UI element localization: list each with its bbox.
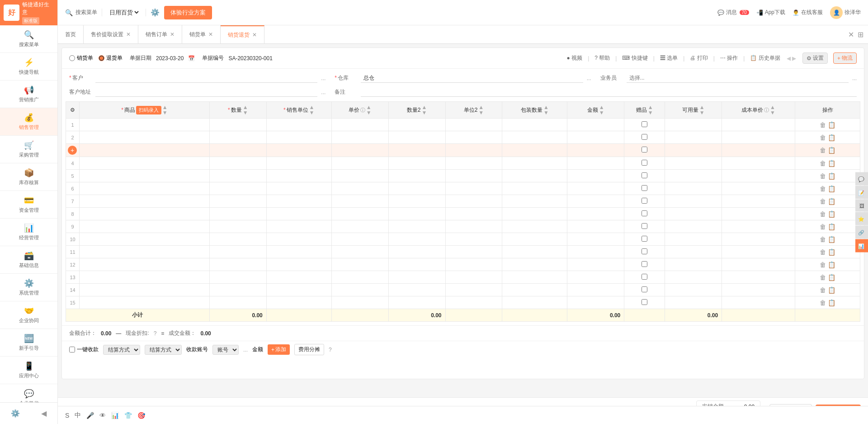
addr-picker-btn[interactable]: ... (321, 89, 326, 95)
operate-action[interactable]: ⋯ 操作 (720, 54, 738, 62)
daily-goods-select[interactable]: 日用百货 (108, 9, 140, 16)
copy-row-icon[interactable]: 📋 (828, 286, 835, 294)
delete-row-icon[interactable]: 🗑 (820, 210, 826, 218)
delete-row-icon[interactable]: 🗑 (820, 299, 826, 306)
delete-row-icon[interactable]: 🗑 (820, 223, 826, 230)
copy-row-icon[interactable]: 📋 (828, 223, 835, 230)
gift-checkbox[interactable] (642, 248, 647, 254)
customer-picker-btn[interactable]: ... (321, 75, 326, 81)
tool-icon-4[interactable]: 👁 (99, 412, 106, 419)
copy-row-icon[interactable]: 📋 (828, 274, 835, 281)
warehouse-input[interactable] (361, 73, 583, 83)
gift-checkbox[interactable] (642, 223, 647, 229)
trial-btn[interactable]: 体验行业方案 (164, 6, 212, 19)
right-float-active-btn[interactable]: 📊 (855, 239, 868, 252)
sales-delivery-radio[interactable]: 销货单 (69, 54, 93, 62)
tab-layout-btn[interactable]: ⊞ (858, 30, 863, 39)
help-action[interactable]: ? 帮助 (594, 54, 610, 62)
delete-row-icon[interactable]: 🗑 (820, 274, 826, 281)
gift-checkbox[interactable] (642, 147, 647, 152)
dots-icon[interactable]: ... (243, 347, 248, 353)
delete-row-icon[interactable]: 🗑 (820, 147, 826, 154)
tool-icon-3[interactable]: 🎤 (86, 412, 94, 419)
scan-input-btn[interactable]: 扫码录入 (136, 106, 161, 114)
salesperson-picker-btn[interactable]: ... (852, 75, 857, 81)
close-sales-order-icon[interactable]: ✕ (170, 31, 175, 38)
note-input[interactable] (361, 87, 857, 97)
gift-checkbox[interactable] (642, 261, 647, 267)
tool-icon-7[interactable]: 🎯 (137, 412, 145, 419)
gift-checkbox[interactable] (642, 172, 647, 178)
sales-return-radio[interactable]: 退货单 (99, 54, 123, 62)
tab-home[interactable]: 首页 (58, 25, 84, 43)
delete-row-icon[interactable]: 🗑 (820, 121, 826, 129)
sidebar-item-quicknav[interactable]: ⚡ 快捷导航 (0, 53, 57, 81)
sidebar-item-basic[interactable]: 🗃️ 基础信息 (0, 246, 57, 274)
gift-checkbox[interactable] (642, 160, 647, 166)
warehouse-picker-btn[interactable]: ... (587, 75, 591, 81)
gift-checkbox[interactable] (642, 286, 647, 292)
delete-row-icon[interactable]: 🗑 (820, 185, 826, 192)
shortcut-action[interactable]: ⌨ 快捷键 (622, 54, 647, 62)
discount-help-icon[interactable]: ? (154, 330, 157, 337)
product-input-active[interactable] (81, 147, 208, 153)
search-menu-btn[interactable]: 🔍 搜索菜单 (65, 9, 97, 16)
app-download-btn[interactable]: 📲 App下载 (756, 9, 785, 16)
gift-checkbox[interactable] (642, 198, 647, 204)
account-select[interactable]: 账号 (212, 345, 239, 355)
fee-split-btn[interactable]: 费用分摊 (294, 344, 324, 355)
sidebar-item-appstore[interactable]: 📱 应用中心 (0, 357, 57, 384)
add-row-btn[interactable]: + (68, 146, 77, 155)
delete-row-icon[interactable]: 🗑 (820, 160, 826, 167)
right-float-link-btn[interactable]: 🔗 (855, 225, 868, 238)
sidebar-collapse-btn[interactable]: ◀ (39, 407, 48, 419)
close-all-tabs-btn[interactable]: ✕ (848, 30, 854, 39)
one-key-checkbox-input[interactable] (69, 347, 75, 353)
print-action[interactable]: 🖨 打印 (690, 54, 708, 62)
tool-icon-2[interactable]: 中 (75, 411, 81, 419)
fee-help-icon[interactable]: ? (329, 347, 332, 353)
sidebar-item-purchase[interactable]: 🛒 采购管理 (0, 136, 57, 163)
copy-row-icon[interactable]: 📋 (828, 198, 835, 205)
tool-icon-6[interactable]: 👕 (124, 412, 132, 419)
sidebar-item-sales[interactable]: 💰 销售管理 (0, 108, 57, 136)
gift-checkbox[interactable] (642, 185, 647, 191)
product-input[interactable] (81, 122, 208, 128)
daily-goods-selector[interactable]: 日用百货 (102, 9, 146, 16)
right-float-image-btn[interactable]: 🖼 (855, 199, 868, 211)
salesperson-input[interactable] (627, 73, 849, 83)
gift-checkbox[interactable] (642, 274, 647, 280)
close-sales-return-icon[interactable]: ✕ (252, 32, 257, 38)
add-payment-btn[interactable]: + 添加 (268, 344, 290, 355)
right-float-record-btn[interactable]: 📝 (855, 186, 868, 199)
copy-row-icon[interactable]: 📋 (828, 160, 835, 167)
copy-row-icon[interactable]: 📋 (828, 236, 835, 243)
topbar-settings-icon[interactable]: ⚙️ (151, 8, 160, 17)
sidebar-item-promotion[interactable]: 📢 营销推广 (0, 81, 57, 108)
copy-row-icon[interactable]: 📋 (828, 261, 835, 268)
calc-method-select[interactable]: 结算方式 (103, 345, 140, 355)
gift-checkbox[interactable] (642, 121, 647, 127)
sidebar-item-guide[interactable]: 🆕 新手引导 (0, 329, 57, 357)
delete-row-icon[interactable]: 🗑 (820, 261, 826, 268)
delete-row-icon[interactable]: 🗑 (820, 248, 826, 256)
tab-price-setting[interactable]: 售价提取设置 ✕ (84, 25, 138, 43)
right-float-star-btn[interactable]: ⭐ (855, 212, 868, 225)
sidebar-item-finance[interactable]: 💳 资金管理 (0, 191, 57, 219)
gift-checkbox[interactable] (642, 210, 647, 216)
history-action[interactable]: 📋 历史单据 (750, 54, 780, 62)
copy-row-icon[interactable]: 📋 (828, 299, 835, 306)
close-sales-delivery-icon[interactable]: ✕ (208, 31, 213, 38)
calendar-icon[interactable]: 📅 (188, 55, 195, 62)
copy-row-icon[interactable]: 📋 (828, 185, 835, 192)
tab-sales-order[interactable]: 销售订单 ✕ (138, 25, 182, 43)
copy-row-icon[interactable]: 📋 (828, 134, 835, 141)
sidebar-item-search[interactable]: 🔍 搜索菜单 (0, 25, 57, 53)
copy-row-icon[interactable]: 📋 (828, 147, 835, 154)
table-settings-icon[interactable]: ⚙ (70, 107, 75, 113)
close-price-setting-icon[interactable]: ✕ (126, 31, 131, 38)
copy-row-icon[interactable]: 📋 (828, 121, 835, 129)
online-service-btn[interactable]: 👨‍💼 在线客服 (793, 9, 823, 16)
tab-sales-return[interactable]: 销货退货 ✕ (221, 25, 264, 43)
copy-row-icon[interactable]: 📋 (828, 172, 835, 180)
